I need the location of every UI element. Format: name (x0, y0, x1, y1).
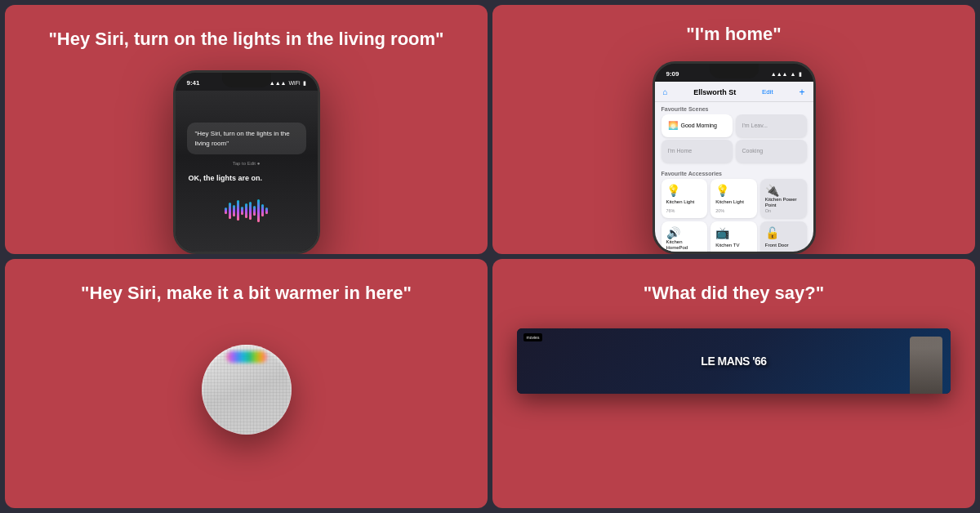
home-location: Ellsworth St (693, 88, 736, 96)
panel-what-did-they-say: "What did they say?" movies LE MANS '66 (492, 259, 975, 508)
home-accessories-grid: 💡 Kitchen Light 76% 💡 Kitchen Light 20% … (655, 179, 813, 254)
wave-bar (225, 207, 227, 214)
wifi-icon: WiFi (289, 80, 301, 86)
scene-label: I'm Leav... (742, 123, 768, 128)
accessory-front-door[interactable]: 🔓 Front Door Unlocked (760, 221, 807, 254)
accessory-status: 20% (715, 208, 752, 213)
siri-spoken-text: "Hey Siri, turn on the lights in the liv… (195, 129, 298, 147)
panel3-quote: "Hey Siri, make it a bit warmer in here" (56, 282, 436, 306)
home-scenes-row-2: I'm Home Cooking (655, 140, 813, 167)
accessory-name: Kitchen TV (715, 243, 752, 248)
scene-im-leaving[interactable]: I'm Leav... (736, 114, 807, 137)
scene-good-morning[interactable]: 🌅 Good Morning (662, 114, 733, 137)
wave-bar (237, 200, 239, 221)
accessory-status: On (715, 251, 752, 254)
accessory-status: Playing (666, 251, 703, 254)
wave-bar (257, 199, 260, 222)
panel-warmer: "Hey Siri, make it a bit warmer in here" (5, 259, 488, 508)
speaker-icon: 🔊 (666, 226, 703, 239)
accessory-kitchen-homepod[interactable]: 🔊 Kitchen HomePod Playing (662, 221, 708, 254)
accessory-kitchen-light-1[interactable]: 💡 Kitchen Light 76% (662, 179, 708, 218)
wave-bar (261, 204, 264, 216)
power-icon: 🔌 (765, 184, 802, 197)
home-icon: ⌂ (663, 87, 668, 96)
wave-bar (245, 203, 247, 218)
wave-bar (241, 207, 243, 215)
siri-bubble: "Hey Siri, turn on the lights in the liv… (187, 123, 306, 154)
wave-bar (265, 207, 268, 214)
scene-im-home[interactable]: I'm Home (662, 140, 733, 163)
accessory-kitchen-tv[interactable]: 📺 Kitchen TV On (710, 221, 757, 254)
battery-icon: ▮ (303, 80, 306, 87)
wave-bar (233, 205, 235, 216)
scene-cooking[interactable]: Cooking (736, 140, 807, 163)
accessories-section-title: Favourite Accessories (655, 167, 813, 179)
status-time-2: 9:09 (666, 70, 679, 78)
panel-im-home: "I'm home" 9:09 ▲▲▲ ▲ ▮ ⌂ Ellsworth St E… (492, 5, 975, 254)
accessory-kitchen-light-2[interactable]: 💡 Kitchen Light 20% (710, 179, 757, 218)
siri-tap-edit: Tap to Edit ● (187, 161, 306, 166)
accessory-name: Kitchen Light (715, 199, 752, 205)
status-icons-2: ▲▲▲ ▲ ▮ (771, 71, 802, 78)
wave-bar (229, 203, 231, 219)
status-icons: ▲▲▲ WiFi ▮ (270, 80, 306, 87)
movies-label: movies (527, 335, 540, 340)
panel-siri-lights: "Hey Siri, turn on the lights in the liv… (5, 5, 488, 254)
homepod-container (194, 328, 300, 435)
phone-notch (710, 64, 759, 78)
tv-screen: movies LE MANS '66 (517, 328, 951, 394)
accessory-status: 76% (666, 208, 703, 213)
accessory-name: Front Door (765, 243, 802, 248)
signal-icon: ▲▲▲ (270, 80, 287, 86)
accessory-name: Kitchen Light (666, 199, 703, 205)
homepod-mini (194, 328, 300, 435)
home-scenes-row: 🌅 Good Morning I'm Leav... (655, 114, 813, 141)
tv-content: movies LE MANS '66 (517, 328, 951, 394)
scene-label: Cooking (742, 148, 764, 154)
panel2-quote: "I'm home" (662, 23, 806, 47)
panel1-quote: "Hey Siri, turn on the lights in the liv… (24, 28, 468, 51)
home-add-btn[interactable]: + (799, 87, 804, 98)
phone-mockup-siri: 9:41 ▲▲▲ WiFi ▮ "Hey Siri, turn on the l… (173, 70, 320, 254)
homepod-siri-light (226, 351, 267, 363)
tv-icon: 📺 (715, 226, 752, 239)
signal-icon-2: ▲▲▲ (771, 71, 788, 77)
scenes-section-title: Favourite Scenes (655, 102, 813, 114)
scene-emoji: 🌅 (668, 121, 678, 130)
home-app-screen: ⌂ Ellsworth St Edit + Favourite Scenes 🌅… (655, 82, 813, 254)
panel4-quote: "What did they say?" (619, 282, 849, 306)
wave-bar (253, 206, 256, 216)
siri-response: OK, the lights are on. (187, 174, 306, 182)
tv-character-figure (910, 337, 942, 394)
apple-tv-logo: movies (523, 333, 543, 341)
wave-bar (249, 202, 252, 220)
accessory-status: On (765, 208, 802, 213)
accessory-name: Kitchen Power Point (765, 197, 802, 208)
home-edit-btn[interactable]: Edit (762, 88, 773, 96)
battery-icon-2: ▮ (799, 71, 802, 78)
scene-label: I'm Home (668, 148, 693, 154)
movie-title: LE MANS '66 (701, 355, 766, 368)
home-app-phone: 9:09 ▲▲▲ ▲ ▮ ⌂ Ellsworth St Edit + Favou… (653, 61, 816, 254)
home-nav-bar: ⌂ Ellsworth St Edit + (655, 82, 813, 102)
siri-screen: "Hey Siri, turn on the lights in the liv… (176, 91, 318, 254)
accessory-kitchen-power[interactable]: 🔌 Kitchen Power Point On (760, 179, 807, 218)
homepod-body (202, 345, 292, 435)
light-icon: 💡 (666, 184, 703, 197)
scene-label: Good Morning (681, 123, 717, 128)
phone-notch (222, 73, 271, 87)
accessory-status-unlocked: Unlocked (765, 251, 802, 254)
lock-icon: 🔓 (765, 226, 802, 239)
siri-waveform (187, 199, 306, 223)
status-time: 9:41 (187, 79, 200, 87)
accessory-name: Kitchen HomePod (666, 239, 703, 251)
wifi-icon-2: ▲ (791, 71, 796, 77)
light-icon: 💡 (715, 184, 752, 197)
